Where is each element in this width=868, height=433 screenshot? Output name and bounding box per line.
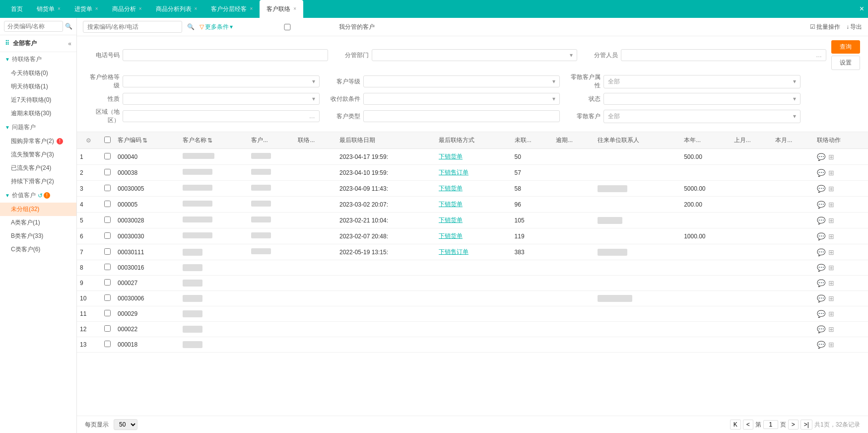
chat-icon-11[interactable]: 💬 xyxy=(817,310,825,318)
search-input[interactable] xyxy=(83,21,182,33)
batch-operation-button[interactable]: ☑ 批量操作 xyxy=(810,23,840,31)
last-way-link-3[interactable]: 下销货单 xyxy=(439,185,463,192)
row-checkbox[interactable] xyxy=(104,325,111,332)
chat-icon-7[interactable]: 💬 xyxy=(817,248,825,256)
sidebar-item-classB[interactable]: B类客户(33) xyxy=(0,229,76,243)
settings-icon[interactable]: ⚙ xyxy=(86,137,91,144)
sidebar-item-ungroup[interactable]: 未分组(32) xyxy=(0,203,76,216)
row-checkbox[interactable] xyxy=(104,294,111,301)
sidebar-item-overdue[interactable]: 逾期未联络(30) xyxy=(0,107,76,120)
price-grade-select[interactable]: ▾ xyxy=(123,75,320,87)
chat-icon[interactable]: 💬 xyxy=(817,153,825,161)
sidebar-item-churned[interactable]: 已流失客户(24) xyxy=(0,161,76,175)
dept-select[interactable]: ▾ xyxy=(372,49,577,61)
chat-icon-2[interactable]: 💬 xyxy=(817,169,825,177)
sidebar-item-classC[interactable]: C类客户(6) xyxy=(0,243,76,256)
row-checkbox[interactable] xyxy=(104,264,111,270)
sidebar-group-problem-title[interactable]: ▼ 问题客户 xyxy=(0,120,76,135)
last-page-button[interactable]: >| xyxy=(801,420,812,430)
row-checkbox[interactable] xyxy=(104,216,111,223)
row-checkbox[interactable] xyxy=(104,185,111,191)
customer-grade-select[interactable]: ▾ xyxy=(363,75,560,87)
grid-action-icon-12[interactable]: ⊞ xyxy=(828,325,834,333)
grid-action-icon-4[interactable]: ⊞ xyxy=(828,201,834,209)
grid-action-icon-10[interactable]: ⊞ xyxy=(828,294,834,302)
page-size-select[interactable]: 50 xyxy=(114,419,137,430)
first-page-button[interactable]: K xyxy=(730,420,741,430)
sidebar-all-customers[interactable]: ⠿ 全部客户 « xyxy=(0,35,76,52)
my-customer-checkbox-label[interactable]: 我分管的客户 xyxy=(238,23,375,31)
close-product-analysis-tab[interactable]: × xyxy=(139,0,142,18)
sidebar-item-classA[interactable]: A类客户(1) xyxy=(0,216,76,229)
tab-product-analysis-list[interactable]: 商品分析列表 × xyxy=(149,0,204,18)
tab-customer-contact[interactable]: 客户联络 × xyxy=(260,0,303,18)
last-way-link-7[interactable]: 下销售订单 xyxy=(439,248,468,255)
payment-select[interactable]: ▾ xyxy=(363,93,560,105)
chat-icon-12[interactable]: 💬 xyxy=(817,325,825,333)
reset-button[interactable]: 设置 xyxy=(831,56,860,70)
page-input[interactable] xyxy=(763,420,778,429)
grid-action-icon-8[interactable]: ⊞ xyxy=(828,264,834,272)
close-all-button[interactable]: × xyxy=(860,4,864,13)
chat-icon-9[interactable]: 💬 xyxy=(817,279,825,287)
tab-home[interactable]: 首页 xyxy=(4,0,30,18)
status-select[interactable]: ▾ xyxy=(603,93,801,105)
select-all-checkbox[interactable] xyxy=(104,137,111,143)
sidebar-item-tomorrow[interactable]: 明天待联络(1) xyxy=(0,80,76,93)
close-purchase-tab[interactable]: × xyxy=(95,0,98,18)
row-checkbox[interactable] xyxy=(104,153,111,159)
grid-action-icon-9[interactable]: ⊞ xyxy=(828,279,834,287)
tab-sales[interactable]: 销货单 × xyxy=(30,0,67,18)
close-sales-tab[interactable]: × xyxy=(58,0,61,18)
close-segment-tab[interactable]: × xyxy=(250,0,253,18)
chat-icon-5[interactable]: 💬 xyxy=(817,216,825,224)
next-page-button[interactable]: > xyxy=(788,420,799,430)
row-checkbox[interactable] xyxy=(104,279,111,286)
last-way-link-4[interactable]: 下销货单 xyxy=(439,201,463,208)
grid-action-icon-3[interactable]: ⊞ xyxy=(828,185,834,193)
nature-select[interactable]: ▾ xyxy=(123,93,320,105)
sidebar-item-today[interactable]: 今天待联络(0) xyxy=(0,67,76,80)
phone-input[interactable] xyxy=(123,49,328,61)
chat-icon-6[interactable]: 💬 xyxy=(817,232,825,240)
grid-action-icon-6[interactable]: ⊞ xyxy=(828,232,834,240)
chat-icon-13[interactable]: 💬 xyxy=(817,341,825,349)
query-button[interactable]: 查询 xyxy=(831,40,860,54)
row-checkbox[interactable] xyxy=(104,248,111,255)
last-way-link-5[interactable]: 下销货单 xyxy=(439,216,463,223)
grid-action-icon[interactable]: ⊞ xyxy=(828,153,834,161)
row-checkbox[interactable] xyxy=(104,310,111,316)
last-way-link-2[interactable]: 下销售订单 xyxy=(439,169,468,176)
last-way-link-6[interactable]: 下销货单 xyxy=(439,232,463,239)
sidebar-group-value-title[interactable]: ▼ 价值客户 ↺ ! xyxy=(0,188,76,203)
sidebar-search-icon[interactable]: 🔍 xyxy=(65,23,72,30)
grid-action-icon-7[interactable]: ⊞ xyxy=(828,248,834,256)
sort-icon-name[interactable]: ⇅ xyxy=(207,137,212,144)
sidebar-item-abnormal[interactable]: 囤购异常客户(2) ! xyxy=(0,135,76,148)
row-checkbox[interactable] xyxy=(104,169,111,175)
refresh-icon[interactable]: ↺ xyxy=(38,192,43,199)
sidebar-item-7days[interactable]: 近7天待联络(0) xyxy=(0,93,76,107)
chat-icon-10[interactable]: 💬 xyxy=(817,294,825,302)
last-way-link[interactable]: 下销货单 xyxy=(439,153,463,160)
sidebar-search-input[interactable] xyxy=(4,21,63,32)
sort-icon[interactable]: ⇅ xyxy=(142,137,147,144)
retail-attr-select[interactable]: 全部 ▾ xyxy=(603,75,801,88)
chat-icon-8[interactable]: 💬 xyxy=(817,264,825,272)
row-checkbox[interactable] xyxy=(104,232,111,239)
manager-select[interactable]: … xyxy=(621,49,826,61)
sidebar-item-declining[interactable]: 持续下滑客户(2) xyxy=(0,175,76,188)
close-product-list-tab[interactable]: × xyxy=(195,0,198,18)
grid-action-icon-13[interactable]: ⊞ xyxy=(828,341,834,349)
tab-purchase[interactable]: 进货单 × xyxy=(67,0,105,18)
tab-customer-segment[interactable]: 客户分层经客 × xyxy=(204,0,260,18)
prev-page-button[interactable]: < xyxy=(743,420,753,430)
chat-icon-3[interactable]: 💬 xyxy=(817,185,825,193)
my-customer-checkbox[interactable] xyxy=(238,24,337,30)
row-checkbox[interactable] xyxy=(104,201,111,207)
customer-type-input[interactable] xyxy=(363,110,560,122)
sidebar-group-pending-title[interactable]: ▼ 待联络客户 xyxy=(0,52,76,67)
sidebar-item-churn-warn[interactable]: 流失预警客户(3) xyxy=(0,148,76,161)
chat-icon-4[interactable]: 💬 xyxy=(817,201,825,209)
region-more-icon[interactable]: … xyxy=(309,113,315,120)
